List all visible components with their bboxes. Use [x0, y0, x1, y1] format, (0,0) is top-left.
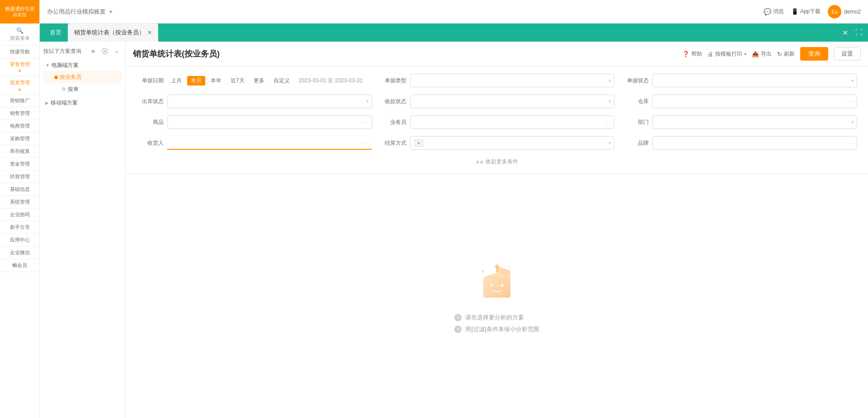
close-tab-btn[interactable]: ✕: [840, 28, 850, 38]
tab-bar: 首页 销货单统计表（按业务员） ✕ ✕ ⛶: [40, 24, 868, 42]
sidebar-item-operations[interactable]: 经营管理: [0, 171, 39, 183]
sidebar-item-quicknav[interactable]: 快捷导航: [0, 46, 39, 58]
tab-home[interactable]: 首页: [43, 24, 68, 42]
consignee-dots-icon: ···: [363, 139, 369, 146]
filter-date-cell: 单据日期 上月 本月 本年 近7天 更多 自定义 2023-03-01 至 20…: [133, 72, 376, 89]
date-tab-this-month[interactable]: 本月: [187, 76, 205, 86]
filter-doctype-cell: 单据类型 ▾: [376, 72, 618, 89]
sidebar-item-purchase[interactable]: 采购管理: [0, 133, 39, 145]
date-tab-last7[interactable]: 近7天: [227, 76, 248, 86]
sidebar-item-system[interactable]: 系统管理: [0, 196, 39, 209]
goods-dots-icon: ···: [362, 119, 369, 126]
settings-btn[interactable]: 设置: [834, 47, 861, 61]
collapse-up-icon: ∧∧: [476, 159, 484, 165]
sidebar-item-wechat[interactable]: 企业微信: [0, 247, 39, 259]
collapse-panel-btn[interactable]: «: [112, 46, 122, 56]
date-tab-custom[interactable]: 自定义: [270, 76, 293, 86]
tree-mobile-expand-icon: ▶: [45, 100, 49, 105]
doctype-label: 单据类型: [379, 77, 406, 85]
search-menu[interactable]: 🔍 搜索菜单: [0, 24, 39, 46]
sidebar-item-inventory[interactable]: 库存核算: [0, 145, 39, 158]
tree-mobile-scheme: ▶ 移动端方案: [43, 97, 122, 109]
collapse-filters-btn[interactable]: ∧∧ 收起更多条件: [133, 155, 861, 168]
sidebar-item-marketing[interactable]: 营销推广: [0, 95, 39, 107]
sidebar-item-sales[interactable]: 销售管理: [0, 107, 39, 120]
content-area: 按以下方案查询 ＋ « ▼ 电脑端方案: [40, 42, 868, 418]
tab-sales-stats[interactable]: 销货单统计表（按业务员） ✕: [68, 24, 158, 42]
sidebar-item-wholesale[interactable]: 批发管理 ▲: [0, 76, 39, 95]
help-btn[interactable]: ❓ 帮助: [682, 50, 702, 58]
user-profile[interactable]: Ea demo2: [828, 5, 861, 19]
tree-parent-mobile[interactable]: ▶ 移动端方案: [43, 97, 122, 109]
brand-input[interactable]: ···: [652, 136, 857, 150]
tree-mobile-label: 移动端方案: [51, 99, 78, 107]
settlement-clear-tag: ×: [414, 139, 423, 147]
tip-num-2: ②: [454, 326, 462, 333]
filter-receiptstatus-cell: 收款状态 ▾: [376, 93, 618, 110]
sidebar-item-finance[interactable]: 资金管理: [0, 158, 39, 171]
brand-dots-icon: ···: [847, 139, 854, 147]
filter-warehouse-cell: 仓库 ···: [618, 93, 861, 110]
consignee-input[interactable]: ···: [167, 136, 372, 150]
outstatus-arrow-icon: ▾: [366, 99, 369, 104]
salesperson-input[interactable]: ···: [410, 115, 615, 129]
department-arrow-icon: ▾: [851, 119, 854, 125]
receiptstatus-label: 收款状态: [379, 98, 406, 105]
print-icon: 🖨: [708, 51, 713, 57]
tab-close-icon[interactable]: ✕: [147, 29, 152, 36]
tree-child-by-order[interactable]: ⚙ 按单: [43, 83, 122, 95]
page-header: 销货单统计表(按业务员) ❓ 帮助 🖨 按模板打印 ▾ 📤 导出: [126, 42, 868, 66]
empty-tip-2: ② 用[过滤]条件来缩小分析范围: [454, 325, 539, 333]
docstatus-input[interactable]: ▾: [652, 74, 857, 87]
sidebar-item-newcomer[interactable]: 新手引导: [0, 221, 39, 234]
date-label: 单据日期: [137, 77, 164, 85]
refresh-icon: ↻: [777, 51, 782, 57]
retail-expand-icon: ▼: [18, 69, 22, 73]
sidebar-item-ecommerce[interactable]: 电商管理: [0, 120, 39, 133]
print-btn[interactable]: 🖨 按模板打印 ▾: [708, 50, 746, 58]
edit-scheme-btn[interactable]: [100, 46, 110, 56]
filter-row-4: 收货人 ··· 结算方式 × ▾: [133, 134, 861, 152]
sidebar-item-retail[interactable]: 零售管理 ▼: [0, 58, 39, 76]
export-btn[interactable]: 📤 导出: [752, 50, 772, 58]
sidebar-item-appstore[interactable]: 应用中心: [0, 234, 39, 247]
warehouse-input[interactable]: ···: [652, 95, 857, 108]
date-tab-last-month[interactable]: 上月: [167, 76, 185, 86]
home-tab-label: 首页: [50, 28, 61, 37]
tab-bar-controls: ✕ ⛶: [840, 28, 864, 38]
filter-row-2: 出库状态 ▾ 收款状态 ▾ 仓库 ···: [133, 93, 861, 110]
left-panel-title: 按以下方案查询: [43, 48, 81, 55]
svg-text:✦: ✦: [508, 265, 511, 269]
refresh-btn[interactable]: ↻ 刷新: [777, 50, 795, 58]
tree-child-salesperson[interactable]: 按业务员: [43, 71, 122, 83]
receiptstatus-input[interactable]: ▾: [410, 95, 615, 108]
settlement-tag-x[interactable]: ×: [417, 140, 420, 146]
outstatus-input[interactable]: ▾: [167, 95, 372, 108]
sidebar-item-cooperation[interactable]: 企业协同: [0, 209, 39, 221]
tree-parent-pc[interactable]: ▼ 电脑端方案: [43, 60, 122, 71]
app-logo[interactable]: 畅捷通好生意 标签版: [0, 0, 39, 24]
empty-tip-1: ① 请先选择要分析的方案: [454, 314, 539, 322]
add-scheme-btn[interactable]: ＋: [88, 46, 98, 56]
date-tab-more[interactable]: 更多: [250, 76, 268, 86]
print-dropdown-icon: ▾: [744, 52, 746, 57]
app-download-btn[interactable]: 📱 App下载: [791, 8, 821, 15]
filter-salesperson-cell: 业务员 ···: [376, 114, 618, 131]
sidebar-item-member[interactable]: 畅会员: [0, 259, 39, 272]
sidebar-item-basic[interactable]: 基础信息: [0, 183, 39, 196]
export-icon: 📤: [752, 51, 759, 57]
svg-point-4: [490, 284, 493, 287]
doctype-input[interactable]: ▾: [410, 74, 615, 87]
tree-child-order-label: 按单: [68, 86, 79, 93]
left-panel-actions: ＋ «: [88, 46, 122, 56]
workspace-selector[interactable]: 办公用品行业模拟账套 ▾: [47, 8, 112, 16]
department-input[interactable]: ▾: [652, 115, 857, 129]
message-btn[interactable]: 💬 消息: [764, 8, 784, 15]
message-icon: 💬: [764, 8, 771, 15]
goods-input[interactable]: ···: [167, 115, 372, 129]
query-btn[interactable]: 查询: [800, 47, 828, 61]
date-tab-this-year[interactable]: 本年: [207, 76, 225, 86]
settlement-input[interactable]: × ▾: [410, 136, 615, 150]
tree-child-salesperson-label: 按业务员: [60, 73, 81, 81]
expand-btn[interactable]: ⛶: [854, 28, 864, 38]
